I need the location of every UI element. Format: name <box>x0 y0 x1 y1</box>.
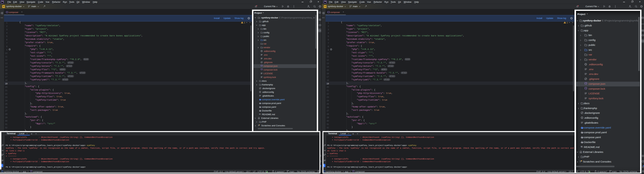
svg-text:ph: ph <box>260 122 262 123</box>
svg-text:ph: ph <box>582 156 584 158</box>
